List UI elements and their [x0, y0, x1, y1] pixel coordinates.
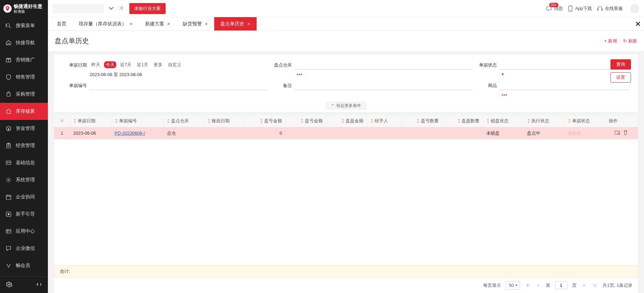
messages-button[interactable]: 99+ 消息 [546, 5, 563, 12]
date-option-5[interactable]: 自定义 [166, 61, 183, 68]
sidebar-item-label: 资金管理 [16, 125, 35, 132]
table-settings-icon[interactable] [60, 119, 64, 124]
industry-plan-button[interactable]: 体验行业方案 [129, 3, 166, 14]
col-5[interactable]: 盘亏金额 [285, 115, 326, 127]
last-page-button[interactable]: >| [591, 283, 598, 288]
org-selector[interactable] [53, 4, 104, 13]
sidebar-item-6[interactable]: 资金管理 [0, 120, 48, 137]
tab-label: 现存量（库存状况表） [79, 21, 127, 27]
col-4[interactable]: 盘亏金额 [245, 115, 286, 127]
docno-input[interactable] [90, 82, 267, 90]
tab-2[interactable]: 新建方案✕ [139, 17, 177, 30]
sidebar-item-13[interactable]: 企业微信 [0, 240, 48, 257]
col-8[interactable]: 盘亏数量 [401, 115, 442, 127]
tab-label: 新建方案 [145, 21, 164, 27]
col-9[interactable]: 盘盈数量 [442, 115, 483, 127]
sidebar-item-label: 营销推广 [16, 57, 35, 63]
sidebar-item-label: 库存核算 [16, 108, 35, 114]
col-13[interactable]: 操作 [605, 115, 637, 127]
refresh-button[interactable]: ↻刷新 [623, 38, 637, 44]
remark-input[interactable] [295, 82, 472, 90]
sidebar-item-label: 应用中心 [16, 228, 35, 234]
filter-label-date: 单据日期 [62, 61, 87, 68]
support-button[interactable]: 在线客服 [597, 5, 623, 12]
settings-icon[interactable] [6, 281, 12, 289]
total-row: 合计: [54, 265, 638, 278]
close-icon[interactable]: ✕ [205, 22, 208, 26]
query-button[interactable]: 查询 [610, 59, 631, 70]
col-3[interactable]: 账面日期 [204, 115, 245, 127]
sidebar-item-12[interactable]: 应用中心 [0, 223, 48, 240]
gear-icon[interactable] [118, 5, 125, 12]
sidebar-item-2[interactable]: 营销推广 [0, 51, 48, 69]
doc-link[interactable]: PD-20230606-( [115, 131, 145, 136]
app-download-button[interactable]: App下载 [568, 5, 592, 12]
collapse-filters-button[interactable]: ⌃ 收起更多条件 [325, 101, 366, 110]
date-option-4[interactable]: 更多 [152, 61, 164, 68]
page-title: 盘点单历史 [55, 36, 89, 46]
sidebar-item-8[interactable]: 基础信息 [0, 154, 48, 171]
sidebar-item-label: 畅会员 [16, 263, 30, 269]
delete-icon[interactable] [623, 130, 628, 136]
sidebar-item-9[interactable]: 系统管理 [0, 171, 48, 188]
tab-label: 盘点单历史 [220, 21, 244, 27]
user-avatar[interactable] [630, 4, 639, 13]
idcard-icon [5, 160, 12, 166]
col-1[interactable]: 单据编号 [111, 115, 163, 127]
settings-button[interactable]: 设置 [610, 72, 631, 83]
close-icon[interactable]: ✕ [167, 22, 170, 26]
chevron-up-icon: ⌃ [331, 103, 334, 108]
close-icon[interactable]: ✕ [129, 22, 133, 26]
col-11[interactable]: 执行状态 [524, 115, 564, 127]
table-row[interactable]: 12023-06-06PD-20230606-(总仓0未锁盘盘点中未生效 [54, 127, 638, 139]
sidebar-item-label: 基础信息 [16, 160, 35, 166]
sidebar-item-11[interactable]: 新手引导 [0, 206, 48, 223]
sidebar-item-1[interactable]: 快捷导航 [0, 34, 48, 51]
warehouse-input[interactable] [295, 61, 472, 70]
date-option-2[interactable]: 近7天 [118, 61, 133, 68]
svg-point-0 [7, 24, 10, 27]
tab-label: 缺货预警 [183, 21, 202, 27]
col-0[interactable]: 单据日期 [70, 115, 111, 127]
status-input[interactable] [500, 61, 630, 70]
sidebar-item-5[interactable]: 库存核算 [0, 103, 48, 120]
date-option-0[interactable]: 昨天 [90, 61, 102, 68]
add-button[interactable]: +新增 [604, 38, 617, 44]
sidebar-item-10[interactable]: 企业协同 [0, 188, 48, 206]
tab-3[interactable]: 缺货预警✕ [177, 17, 214, 30]
next-page-button[interactable]: > [581, 283, 587, 288]
tab-1[interactable]: 现存量（库存状况表）✕ [73, 17, 139, 30]
chevron-down-icon[interactable]: ▾ [502, 72, 504, 77]
sidebar-item-0[interactable]: 搜索菜单 [0, 17, 48, 34]
sidebar-item-14[interactable]: 畅会员 [0, 257, 48, 274]
tab-4[interactable]: 盘点单历史✕ [214, 17, 257, 30]
message-badge: 99+ [549, 3, 558, 7]
sidebar-item-7[interactable]: 经营管理 [0, 137, 48, 154]
col-7[interactable]: 经手人 [367, 115, 401, 127]
page-input[interactable] [555, 281, 567, 289]
filter-label-warehouse: 盘点仓库 [267, 61, 292, 68]
chevron-down-icon[interactable] [109, 6, 114, 11]
col-10[interactable]: 锁盘状态 [483, 115, 524, 127]
warehouse-picker-icon[interactable]: ••• [297, 72, 302, 77]
sidebar-item-3[interactable]: 销售管理 [0, 69, 48, 86]
date-option-1[interactable]: 今天 [104, 61, 116, 68]
svg-rect-15 [6, 195, 11, 199]
collapse-icon[interactable] [36, 282, 42, 288]
col-6[interactable]: 盘盈金额 [326, 115, 367, 127]
first-page-button[interactable]: K [525, 283, 531, 288]
date-option-3[interactable]: 近1月 [135, 61, 150, 68]
col-12[interactable]: 单据状态 [564, 115, 605, 127]
sidebar-item-label: 企业微信 [16, 245, 35, 252]
product-picker-icon[interactable]: ••• [502, 92, 507, 97]
play-icon [5, 211, 12, 217]
page-size-select[interactable]: 50 [506, 281, 520, 290]
close-icon[interactable]: ✕ [247, 22, 250, 26]
product-input[interactable] [500, 82, 630, 90]
sidebar-item-4[interactable]: 采购管理 [0, 86, 48, 103]
view-icon[interactable] [615, 131, 620, 136]
tab-0[interactable]: 首页 [51, 17, 73, 30]
prev-page-button[interactable]: < [536, 283, 541, 288]
col-2[interactable]: 盘点仓库 [164, 115, 204, 127]
close-all-tabs[interactable]: ✕ [632, 17, 644, 30]
